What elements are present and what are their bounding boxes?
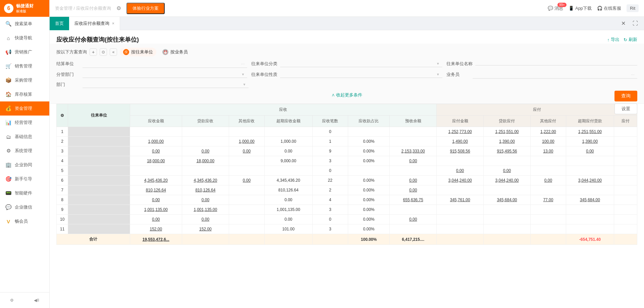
sidebar-item-marketing[interactable]: 📢 营销推广 — [0, 45, 49, 59]
table-cell[interactable]: 345,684.00 — [484, 195, 531, 205]
table-cell[interactable]: 0.00 — [130, 146, 182, 156]
table-area[interactable]: ⚙ 往来单位 应收 应付 应收金额 贷款应 — [50, 104, 644, 308]
table-cell — [437, 185, 484, 195]
table-cell: 0.00 — [264, 146, 312, 156]
sidebar-item-finance[interactable]: 💰 资金管理 — [0, 101, 49, 116]
filter-scheme-btn[interactable]: ⊙ — [100, 48, 107, 56]
table-cell[interactable]: 0.00 — [390, 176, 437, 185]
table-cell[interactable]: 4,345,436.20 — [130, 176, 182, 185]
sidebar-item-purchase[interactable]: 📦 采购管理 — [0, 73, 49, 87]
table-cell[interactable]: 100.00 — [530, 137, 566, 146]
table-cell[interactable]: 3,044,240.00 — [566, 176, 614, 185]
table-cell[interactable]: 1,001,135.00 — [130, 205, 182, 215]
table-cell[interactable]: 915,508.56 — [437, 146, 484, 156]
refresh-button[interactable]: ↻ 刷新 — [624, 37, 637, 43]
dept-input[interactable]: ▼ — [83, 71, 247, 78]
table-cell[interactable]: 0.00 — [182, 146, 229, 156]
sidebar-settings-btn[interactable]: ⚙ — [5, 295, 19, 305]
partner-name-input[interactable] — [475, 62, 637, 65]
sidebar-item-enterprise[interactable]: 🏢 企业协同 — [0, 158, 49, 172]
table-cell[interactable]: 915,495.56 — [484, 146, 531, 156]
user-profile[interactable]: Rit — [627, 4, 639, 12]
table-cell[interactable]: 1,001,135.00 — [182, 205, 229, 215]
query-button[interactable]: 查询 — [614, 91, 637, 101]
table-cell[interactable]: 0.00 — [437, 166, 484, 176]
tab-close-all-btn[interactable]: ✕ — [619, 19, 628, 28]
settlement-input[interactable]: ··· — [83, 60, 247, 68]
table-cell[interactable]: 152.00 — [182, 224, 229, 234]
sidebar-item-inventory[interactable]: 🏠 库存核算 — [0, 87, 49, 101]
table-cell[interactable]: 1,000.00 — [229, 137, 264, 146]
collapse-conditions-btn[interactable]: ∧ 收起更多条件 — [56, 91, 637, 99]
setting-button[interactable]: 设置 — [614, 103, 637, 114]
table-cell[interactable]: 18,000.00 — [130, 156, 182, 166]
partner-nature-input[interactable]: ▼ — [280, 71, 442, 78]
tab-ar-query[interactable]: 应收应付余额查询 × — [69, 17, 120, 30]
table-cell[interactable]: 1,390.00 — [566, 137, 614, 146]
table-cell[interactable]: 3,044,240.00 — [484, 176, 531, 185]
table-cell[interactable]: 655,636.75 — [390, 195, 437, 205]
tab-home[interactable]: 首页 — [50, 17, 69, 30]
col-partner-header: 往来单位 — [68, 104, 130, 127]
tab-expand-btn[interactable]: ⛶ — [631, 19, 640, 28]
partner-type-input[interactable]: ▼ — [280, 60, 442, 67]
table-cell[interactable]: 810,126.64 — [130, 185, 182, 195]
table-cell[interactable]: 0.00 — [229, 146, 264, 156]
table-cell[interactable]: 0.00 — [130, 195, 182, 205]
table-cell[interactable]: 18,000.00 — [182, 156, 229, 166]
sidebar-item-search-menu[interactable]: 🔍 搜索菜单 — [0, 17, 49, 31]
table-cell[interactable]: 810,126.64 — [182, 185, 229, 195]
online-service-button[interactable]: 🎧 在线客服 — [597, 5, 621, 11]
table-cell[interactable]: 1,490.00 — [437, 137, 484, 146]
table-cell[interactable]: 0.00 — [390, 156, 437, 166]
table-cell[interactable]: 0.00 — [484, 166, 531, 176]
message-button[interactable]: 💬 消息 99+ — [548, 5, 563, 11]
col-gear[interactable]: ⚙ — [57, 104, 68, 127]
table-cell[interactable]: 1,251,551.00 — [484, 127, 531, 137]
table-cell[interactable]: 0.00 — [182, 215, 229, 224]
filter-option-by-unit[interactable]: 按 按往来单位 — [120, 48, 156, 56]
filter-option-by-staff[interactable]: ⏰ 按业务员 — [159, 48, 191, 56]
table-cell[interactable]: 345,684.00 — [566, 195, 614, 205]
sidebar-item-basic-info[interactable]: 🗂 基础信息 — [0, 130, 49, 144]
table-cell[interactable]: 77.00 — [530, 195, 566, 205]
table-cell[interactable]: 1,222.00 — [530, 127, 566, 137]
sidebar-item-quick-nav[interactable]: ⌂ 快捷导航 — [0, 31, 49, 45]
table-cell[interactable]: 2,153,333.00 — [390, 146, 437, 156]
sidebar-collapse-btn[interactable]: ◀II — [29, 295, 45, 305]
filter-add-btn[interactable]: + — [90, 48, 97, 56]
sidebar-item-operations[interactable]: 📊 经营管理 — [0, 116, 49, 130]
table-cell[interactable]: 1,251,551.00 — [566, 127, 614, 137]
table-cell[interactable]: 152.00 — [130, 224, 182, 234]
table-cell[interactable]: 1,000.00 — [130, 137, 182, 146]
sidebar-item-hardware[interactable]: 📟 智能硬件 — [0, 186, 49, 200]
promo-button[interactable]: 体验行业方案 — [126, 3, 165, 14]
subdept-input[interactable]: ▼ — [83, 81, 249, 88]
table-cell[interactable]: 0.00 — [530, 176, 566, 185]
table-cell[interactable]: 0.00 — [229, 176, 264, 185]
sidebar-item-guide[interactable]: 🎯 新手引导 — [0, 172, 49, 186]
filter-collapse-btn[interactable]: « — [110, 48, 117, 56]
table-cell[interactable]: 13.00 — [530, 146, 566, 156]
settings-button[interactable]: ⚙ — [114, 3, 124, 13]
sidebar-item-system[interactable]: ⚙ 系统管理 — [0, 144, 49, 158]
table-cell[interactable]: 0.00 — [390, 185, 437, 195]
tab-close-btn[interactable]: × — [112, 21, 114, 26]
sidebar-item-wechat[interactable]: 💬 企业微信 — [0, 200, 49, 214]
table-cell[interactable]: 0.00 — [130, 215, 182, 224]
table-cell[interactable]: 0.00 — [182, 195, 229, 205]
table-cell[interactable]: 0.00 — [390, 215, 437, 224]
table-cell[interactable]: 4,345,436.20 — [182, 176, 229, 185]
sidebar-item-vip[interactable]: V 畅会员 — [0, 214, 49, 228]
export-button[interactable]: ↑ 导出 — [607, 37, 620, 43]
table-cell[interactable]: 1,390.00 — [484, 137, 531, 146]
app-download-button[interactable]: 📱 App下载 — [569, 5, 592, 11]
sidebar-item-sales[interactable]: 🛒 销售管理 — [0, 59, 49, 73]
table-cell[interactable]: 345,761.00 — [437, 195, 484, 205]
salesperson-input[interactable]: ··· — [473, 71, 637, 79]
table-cell[interactable]: 1,252,773.00 — [437, 127, 484, 137]
table-cell[interactable]: 0.00 — [566, 146, 614, 156]
table-cell — [484, 185, 531, 195]
table-cell — [130, 127, 182, 137]
table-cell[interactable]: 3,044,240.00 — [437, 176, 484, 185]
